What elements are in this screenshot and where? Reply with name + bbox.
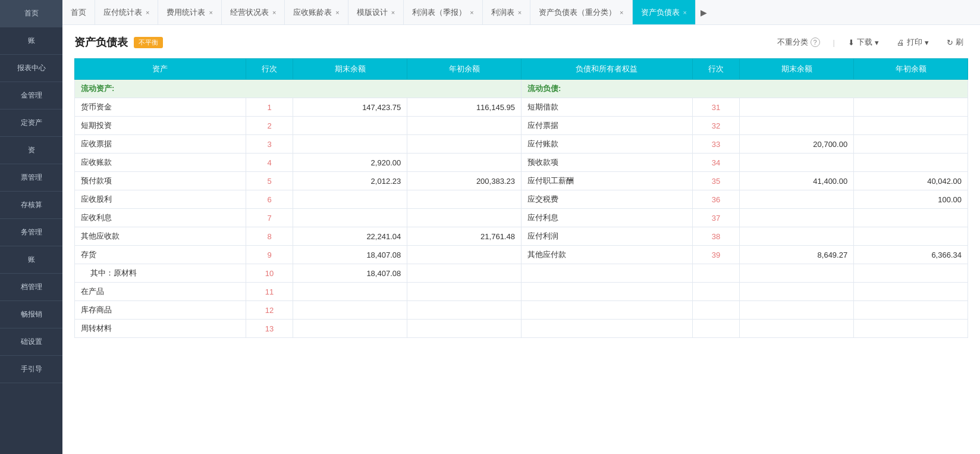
sidebar-item-account[interactable]: 账: [0, 246, 62, 274]
row-number2: [692, 320, 740, 338]
asset-name: 其中：原材料: [75, 264, 246, 283]
period-end-value2: [740, 98, 854, 117]
header-period-end: 期末余额: [293, 59, 407, 80]
tab-close-profit-quarterly[interactable]: ×: [470, 9, 473, 16]
toolbar-right: 不重分类 ? | ⬇ 下载 ▾ 🖨 打印 ▾ ↻ 刷: [772, 35, 968, 50]
row-number2: 33: [692, 135, 740, 154]
table-row: 周转材料 13: [75, 320, 968, 338]
year-start-value2: [854, 154, 968, 172]
asset-name: 库存商品: [75, 301, 246, 320]
tab-expense-stats[interactable]: 费用统计表 ×: [158, 0, 221, 25]
header-row-num2: 行次: [692, 59, 740, 80]
year-start-value: [407, 154, 522, 172]
period-end-value: 2,920.00: [293, 154, 407, 172]
tab-operations[interactable]: 经营状况表 ×: [222, 0, 285, 25]
sidebar-item-expense[interactable]: 畅报销: [0, 301, 62, 328]
tab-close-expense-stats[interactable]: ×: [209, 9, 212, 16]
year-start-value: [407, 246, 522, 264]
download-icon: ⬇: [848, 38, 855, 47]
row-number2: [692, 264, 740, 283]
period-end-value2: [740, 227, 854, 246]
tab-receivable-aging[interactable]: 应收账龄表 ×: [285, 0, 348, 25]
period-end-value: 18,407.08: [293, 264, 407, 283]
download-button[interactable]: ⬇ 下载 ▾: [843, 35, 884, 50]
tab-close-receivable-aging[interactable]: ×: [335, 9, 339, 16]
sidebar-item-home[interactable]: 首页: [0, 0, 62, 27]
sidebar-item-archive[interactable]: 档管理: [0, 274, 62, 301]
tab-template-design[interactable]: 模版设计 ×: [348, 0, 404, 25]
liability-name: 应付利息: [521, 209, 692, 227]
row-number2: 37: [692, 209, 740, 227]
sidebar-item-cash[interactable]: 金管理: [0, 82, 62, 109]
tab-close-payable-stats[interactable]: ×: [146, 9, 149, 16]
page-title-area: 资产负债表 不平衡: [74, 35, 163, 49]
year-start-value: [407, 135, 522, 154]
refresh-button[interactable]: ↻ 刷: [942, 35, 968, 50]
asset-name: 应收股利: [75, 190, 246, 209]
sidebar-item-fixed-assets[interactable]: 定资产: [0, 109, 62, 137]
liability-name: [521, 320, 692, 338]
year-start-value2: [854, 98, 968, 117]
year-start-value: [407, 301, 522, 320]
liability-name: 应交税费: [521, 190, 692, 209]
sidebar-item-tax[interactable]: 务管理: [0, 219, 62, 246]
tab-close-balance-reclassified[interactable]: ×: [620, 9, 623, 16]
row-number2: 32: [692, 117, 740, 135]
table-row: 货币资金 1 147,423.75 116,145.95 短期借款 31: [75, 98, 968, 117]
tab-close-balance[interactable]: ×: [683, 9, 687, 16]
year-start-value2: [854, 264, 968, 283]
liability-name: 应付利润: [521, 227, 692, 246]
liability-name: 预收款项: [521, 154, 692, 172]
period-end-value: 18,407.08: [293, 246, 407, 264]
download-chevron-icon: ▾: [875, 38, 879, 47]
classify-label: 不重分类: [777, 37, 808, 48]
period-end-value: 22,241.04: [293, 227, 407, 246]
year-start-value2: 40,042.00: [854, 172, 968, 190]
tab-home[interactable]: 首页: [62, 0, 95, 25]
period-end-value2: 8,649.27: [740, 246, 854, 264]
tab-balance[interactable]: 资产负债表 ×: [633, 0, 696, 25]
sidebar-item-tickets[interactable]: 票管理: [0, 164, 62, 192]
year-start-value: [407, 190, 522, 209]
liability-name: 应付职工薪酬: [521, 172, 692, 190]
tab-close-template-design[interactable]: ×: [391, 9, 395, 16]
tab-profit[interactable]: 利润表 ×: [483, 0, 530, 25]
table-row: 存货 9 18,407.08 其他应付款 39 8,649.27 6,366.3…: [75, 246, 968, 264]
print-button[interactable]: 🖨 打印 ▾: [892, 35, 934, 50]
period-end-value2: [740, 154, 854, 172]
period-end-value2: [740, 283, 854, 301]
year-start-value: 200,383.23: [407, 172, 522, 190]
row-number: 6: [246, 190, 293, 209]
sidebar-item-settings[interactable]: 础设置: [0, 328, 62, 356]
liability-name: 其他应付款: [521, 246, 692, 264]
liability-name: 短期借款: [521, 98, 692, 117]
period-end-value2: [740, 320, 854, 338]
tab-profit-quarterly[interactable]: 利润表（季报） ×: [404, 0, 482, 25]
period-end-value: 2,012.23: [293, 172, 407, 190]
row-number: 9: [246, 246, 293, 264]
year-start-value: [407, 264, 522, 283]
liability-name: [521, 301, 692, 320]
period-end-value: 147,423.75: [293, 98, 407, 117]
row-number: 2: [246, 117, 293, 135]
tab-scroll-right[interactable]: ▶: [696, 0, 712, 25]
tab-close-operations[interactable]: ×: [272, 9, 276, 16]
year-start-value2: [854, 301, 968, 320]
header-asset: 资产: [75, 59, 246, 80]
row-number: 3: [246, 135, 293, 154]
print-chevron-icon: ▾: [925, 38, 929, 47]
classify-toggle[interactable]: 不重分类 ?: [772, 35, 825, 50]
sidebar-item-inventory[interactable]: 存核算: [0, 192, 62, 219]
sidebar-item-investment[interactable]: 资: [0, 137, 62, 164]
period-end-value2: [740, 117, 854, 135]
tab-payable-stats[interactable]: 应付统计表 ×: [95, 0, 158, 25]
sidebar-item-reports[interactable]: 报表中心: [0, 55, 62, 82]
sidebar-item-guide[interactable]: 手引导: [0, 356, 62, 383]
toolbar-divider-1: |: [833, 38, 835, 47]
tab-balance-reclassified[interactable]: 资产负债表（重分类） ×: [530, 0, 632, 25]
asset-name: 短期投资: [75, 117, 246, 135]
tab-close-profit[interactable]: ×: [518, 9, 522, 16]
period-end-value2: 41,400.00: [740, 172, 854, 190]
period-end-value: [293, 190, 407, 209]
sidebar-item-ledger[interactable]: 账: [0, 27, 62, 55]
